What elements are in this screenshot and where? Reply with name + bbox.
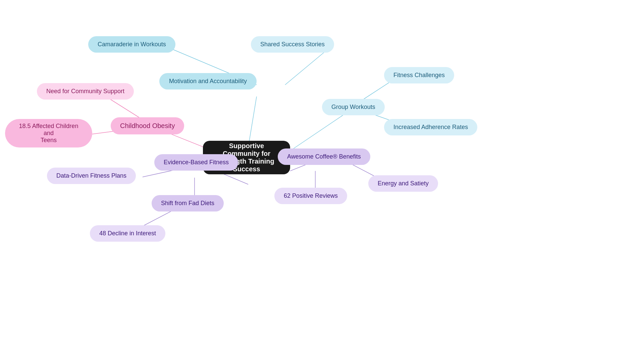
node-data-driven: Data-Driven Fitness Plans <box>47 168 136 184</box>
node-awesome-coffee: Awesome Coffee® Benefits <box>278 148 370 165</box>
node-group-workouts: Group Workouts <box>322 99 385 115</box>
node-need-community: Need for Community Support <box>37 83 134 100</box>
node-childhood-obesity: Childhood Obesity <box>111 117 184 134</box>
node-fitness-challenges: Fitness Challenges <box>384 67 454 83</box>
node-motivation-accountability: Motivation and Accountability <box>159 73 257 89</box>
node-energy-satiety: Energy and Satiety <box>368 175 438 192</box>
node-increased-adherence: Increased Adherence Rates <box>384 119 477 135</box>
node-affected-children: 18.5 Affected Children andTeens <box>5 119 92 147</box>
node-evidence-based: Evidence-Based Fitness <box>154 154 238 171</box>
node-positive-reviews: 62 Positive Reviews <box>274 188 347 204</box>
node-shift-fad: Shift from Fad Diets <box>152 195 224 211</box>
node-decline-interest: 48 Decline in Interest <box>90 225 165 242</box>
node-shared-success: Shared Success Stories <box>251 36 334 53</box>
node-camaraderie: Camaraderie in Workouts <box>88 36 175 53</box>
